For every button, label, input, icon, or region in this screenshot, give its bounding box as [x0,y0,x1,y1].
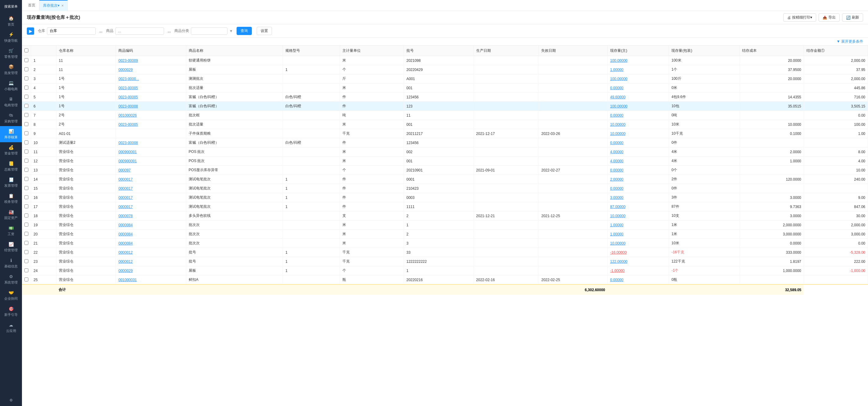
sidebar-logo[interactable]: 搜索菜单 [3,2,19,11]
sidebar-item-ecommerce-small[interactable]: 💻 小额电商 [0,78,22,94]
sidebar-item-guide[interactable]: 🎯 新手引导 [0,304,22,320]
row-checkbox[interactable] [24,122,28,126]
sidebar-item-wholesale[interactable]: 📦 批发管理 [0,62,22,78]
row-code-link[interactable]: 0023-0000... [118,77,139,81]
row-code-link[interactable]: 0000012 [118,260,133,264]
row-amount: 3,000.00 [804,230,868,239]
row-code-link[interactable]: 001000031 [118,278,136,282]
row-checkbox[interactable] [24,277,28,281]
row-code-link[interactable]: 0023-00005 [118,95,138,99]
sidebar-item-enterprise[interactable]: 🤝 企业协同 [0,287,22,304]
row-checkbox[interactable] [24,177,28,181]
row-batch: 20220429 [404,65,473,74]
row-code-link[interactable]: 0023-00009 [118,59,138,63]
sidebar-item-retail[interactable]: 🛒 零售管理 [0,45,22,62]
row-code-link[interactable]: 0023-00008 [118,141,138,145]
row-code-link[interactable]: 0000012 [118,250,133,255]
row-checkbox[interactable] [24,259,28,263]
row-name: 测测批次 [186,74,283,83]
sidebar-item-base-info[interactable]: ℹ 基础信息 [0,255,22,271]
category-input[interactable] [191,27,227,35]
sidebar-item-management[interactable]: 📈 经营管理 [0,239,22,255]
sidebar-item-ledger[interactable]: 📒 总账管理 [0,158,22,174]
sidebar-item-payroll[interactable]: 💵 工资 [0,223,22,239]
row-code-link[interactable]: 0000017 [118,187,133,191]
row-checkbox[interactable] [24,86,28,90]
warehouse-input[interactable] [47,27,96,35]
row-code-link[interactable]: 0023-00005 [118,123,138,127]
row-checkbox[interactable] [24,213,28,217]
row-code-link[interactable]: 0000084 [118,241,133,245]
row-name: 批次次 [186,239,283,248]
row-code-link[interactable]: 0023-00008 [118,104,138,108]
print-button[interactable]: 🖨 按精细打印▾ [783,13,816,22]
row-checkbox[interactable] [24,232,28,236]
sidebar-item-purchase[interactable]: 🛍 采购管理 [0,110,22,126]
row-checkbox[interactable] [24,149,28,154]
row-exp-date [539,221,608,230]
row-checkbox[interactable] [24,113,28,117]
sidebar-item-home[interactable]: 🏠 首页 [0,13,22,29]
sidebar-item-cloud[interactable]: ☁ 云应用 [0,320,22,336]
row-code-link[interactable]: 0000017 [118,196,133,200]
row-checkbox[interactable] [24,58,28,62]
sidebar-item-quick-nav[interactable]: ⚡ 快捷导航 [0,29,22,45]
row-batch: 123456 [404,138,473,147]
expand-conditions-button[interactable]: ▼ 展开更多条件 [837,39,863,44]
row-code-link[interactable]: 0000084 [118,232,133,236]
row-checkbox[interactable] [24,131,28,135]
row-code-link[interactable]: 000097 [118,168,130,172]
select-all-checkbox[interactable] [24,48,28,53]
row-code-link[interactable]: 000900001 [118,150,136,154]
sidebar-item-inventory[interactable]: 📊 库存核算 [0,126,22,142]
row-code-link[interactable]: 0000017 [118,177,133,181]
row-checkbox[interactable] [24,159,28,163]
row-code-link[interactable]: 0000017 [118,205,133,209]
row-qty-pkg: 0件 [669,138,740,147]
row-code-link[interactable]: 000900001 [118,159,136,163]
row-code-link[interactable]: 001000026 [118,113,136,117]
row-code-link[interactable]: 0000029 [118,269,133,273]
sidebar-item-assets[interactable]: 🏭 固定资产 [0,207,22,223]
row-checkbox[interactable] [24,223,28,227]
row-code-link[interactable]: 0023-00005 [118,86,138,90]
row-checkbox-cell [22,111,31,120]
refresh-button[interactable]: 🔄 刷新 [842,13,863,22]
row-seq: 18 [31,211,56,221]
sidebar-item-system[interactable]: ⚙ 系统管理 [0,271,22,287]
search-button[interactable]: 查询 [237,27,252,35]
row-code-link[interactable]: 0000084 [118,223,133,227]
sidebar-item-tax[interactable]: 📋 税务管理 [0,191,22,207]
row-checkbox[interactable] [24,67,28,71]
tab-inventory-batch[interactable]: 库存批次▾ ✕ [39,0,68,11]
row-code: 0000029 [116,65,186,74]
row-checkbox[interactable] [24,186,28,190]
row-spec: 1 [283,175,340,184]
tab-home[interactable]: 首页 [24,0,39,11]
row-checkbox[interactable] [24,241,28,245]
row-code-link[interactable]: 0000029 [118,68,133,72]
row-checkbox[interactable] [24,250,28,254]
row-code-link[interactable]: 0000078 [118,214,133,218]
row-checkbox[interactable] [24,195,28,199]
sidebar-item-ecommerce[interactable]: 🖥 电商管理 [0,94,22,110]
tab-close-icon[interactable]: ✕ [61,4,64,7]
row-warehouse: 营业综仓 [56,221,116,230]
row-amount: 0.00 [804,239,868,248]
row-checkbox[interactable] [24,76,28,80]
search-expand-arrow[interactable]: ▶ [27,27,34,35]
row-checkbox[interactable] [24,268,28,272]
category-field: 商品分类 ▼ [175,27,233,35]
row-checkbox[interactable] [24,204,28,208]
sidebar-settings[interactable]: ⚙ [9,398,13,406]
sidebar-item-finance[interactable]: 💰 资金管理 [0,142,22,158]
export-button[interactable]: 📤 导出 [818,13,840,22]
row-checkbox[interactable] [24,140,28,144]
category-dropdown-icon[interactable]: ▼ [229,29,233,33]
settings-button[interactable]: 设置 [257,27,272,35]
row-checkbox[interactable] [24,95,28,99]
product-input[interactable] [115,27,164,35]
row-checkbox[interactable] [24,168,28,172]
row-checkbox[interactable] [24,104,28,108]
sidebar-item-invoice[interactable]: 🧾 发票管理 [0,174,22,191]
